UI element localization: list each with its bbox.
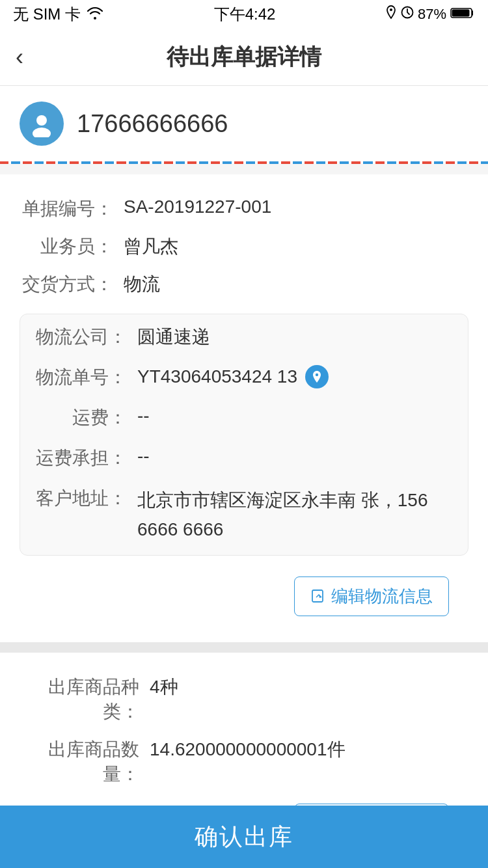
svg-rect-3 [452,10,470,17]
logistics-company-label: 物流公司： [33,325,137,349]
svg-point-0 [390,8,392,11]
address-row: 客户地址： 北京市市辖区海淀区永丰南 张，156 6666 6666 [20,478,468,552]
goods-types-label: 出库商品种类： [20,675,150,724]
salesman-label: 业务员： [20,234,124,259]
customer-header: 17666666666 [0,86,488,164]
edit-logistics-label: 编辑物流信息 [331,585,433,608]
edit-icon [310,588,326,604]
address-value: 北京市市辖区海淀区永丰南 张，156 6666 6666 [137,486,455,545]
freight-bearer-label: 运费承担： [33,446,137,470]
section-divider [0,642,488,653]
carrier-text: 无 SIM 卡 [13,4,81,25]
wifi-icon [86,5,104,23]
goods-quantity-row: 出库商品数量： 14.620000000000001件 [20,731,468,793]
freight-row: 运费： -- [20,398,468,438]
delivery-value: 物流 [124,272,468,297]
freight-label: 运费： [33,405,137,430]
goods-quantity-label: 出库商品数量： [20,737,150,787]
freight-bearer-value: -- [137,446,455,467]
tracking-label: 物流单号： [33,365,137,390]
battery-text: 87% [418,6,446,23]
confirm-button[interactable]: 确认出库 [195,821,293,853]
avatar [20,102,64,146]
tracking-number-row: 物流单号： YT43064053424 13 [20,357,468,398]
tracking-location-icon[interactable] [305,365,329,388]
logistics-company-value: 圆通速递 [137,325,455,349]
logistics-company-row: 物流公司： 圆通速递 [20,317,468,357]
svg-point-6 [316,373,318,376]
status-right: 87% [385,5,475,23]
page-title: 待出库单据详情 [167,42,321,72]
delivery-row: 交货方式： 物流 [20,265,468,303]
location-status-icon [385,5,397,23]
edit-logistics-button[interactable]: 编辑物流信息 [294,576,449,616]
freight-bearer-row: 运费承担： -- [20,438,468,478]
customer-phone: 17666666666 [77,110,228,138]
delivery-label: 交货方式： [20,272,124,297]
order-number-label: 单据编号： [20,197,124,221]
status-bar: 无 SIM 卡 下午4:42 87% [0,0,488,29]
order-number-row: 单据编号： SA-20191227-001 [20,190,468,228]
goods-types-value: 4种 [150,675,468,699]
edit-action-row: 编辑物流信息 [20,566,468,627]
nav-bar: ‹ 待出库单据详情 [0,29,488,86]
order-number-value: SA-20191227-001 [124,197,468,217]
order-info-section: 单据编号： SA-20191227-001 业务员： 曾凡杰 交货方式： 物流 … [0,174,488,642]
address-label: 客户地址： [33,486,137,511]
svg-point-4 [36,115,47,126]
confirm-bar: 确认出库 [0,806,488,868]
tracking-value-container: YT43064053424 13 [137,365,329,388]
salesman-row: 业务员： 曾凡杰 [20,228,468,265]
battery-icon [450,6,475,23]
goods-types-row: 出库商品种类： 4种 [20,668,468,731]
clock-icon [401,6,414,23]
tracking-number: YT43064053424 13 [137,366,297,387]
logistics-card: 物流公司： 圆通速递 物流单号： YT43064053424 13 运费： [20,314,468,556]
salesman-value: 曾凡杰 [124,234,468,259]
goods-quantity-value: 14.620000000000001件 [150,737,468,762]
freight-value: -- [137,405,455,426]
status-left: 无 SIM 卡 [13,4,104,25]
time-text: 下午4:42 [214,4,276,25]
svg-point-5 [33,128,51,137]
back-button[interactable]: ‹ [16,44,23,71]
